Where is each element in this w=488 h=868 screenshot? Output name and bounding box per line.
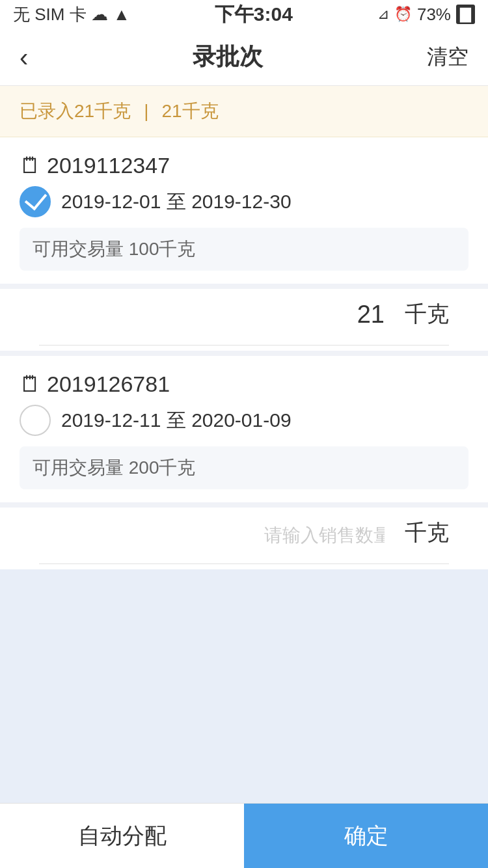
batch-date-row-2[interactable]: 2019-12-11 至 2020-01-09	[20, 405, 468, 436]
batch-header-2: 🗒 2019126781	[20, 372, 468, 397]
page-title: 录批次	[193, 41, 263, 73]
battery-label: 73%	[417, 5, 451, 25]
wifi-icon: ▲	[113, 5, 130, 25]
qty-input-2[interactable]	[264, 519, 394, 547]
batch-input-row-2: 千克	[0, 508, 488, 569]
status-bar-right: ⊿ ⏰ 73% ▇	[377, 5, 475, 25]
batch-date-row-1[interactable]: 2019-12-01 至 2019-12-30	[20, 186, 468, 217]
batch-qty-1: 可用交易量 100千克	[20, 228, 468, 271]
summary-bar: 已录入21千克 | 21千克	[0, 86, 488, 137]
input-area-1: 千克	[20, 289, 468, 345]
clear-button[interactable]: 清空	[427, 43, 468, 72]
batch-input-row-1: 千克	[0, 289, 488, 351]
back-button[interactable]: ‹	[20, 44, 28, 70]
batch-header-1: 🗒 2019112347	[20, 153, 468, 178]
recorded-label: 已录入21千克	[20, 99, 131, 124]
batch-doc-icon-1: 🗒	[20, 153, 42, 178]
status-bar-left: 无 SIM 卡 ☁ ▲	[13, 3, 130, 26]
section-divider	[0, 351, 488, 356]
status-bar: 无 SIM 卡 ☁ ▲ 下午3:04 ⊿ ⏰ 73% ▇	[0, 0, 488, 29]
batch-radio-2[interactable]	[20, 405, 51, 436]
no-sim-label: 无 SIM 卡 ☁	[13, 3, 108, 26]
batch-id-1: 2019112347	[47, 153, 170, 178]
unit-label-1: 千克	[405, 299, 449, 329]
status-bar-time: 下午3:04	[215, 1, 293, 28]
batch-qty-2: 可用交易量 200千克	[20, 446, 468, 489]
batch-doc-icon-2: 🗒	[20, 372, 42, 397]
batch-item-2: 🗒 2019126781 2019-12-11 至 2020-01-09 可用交…	[0, 356, 488, 508]
confirm-button[interactable]: 确定	[244, 804, 488, 868]
summary-divider: |	[144, 101, 148, 122]
nav-bar: ‹ 录批次 清空	[0, 29, 488, 86]
qty-input-1[interactable]	[264, 301, 394, 329]
batch-date-1: 2019-12-01 至 2019-12-30	[61, 189, 291, 215]
batch-item-1: 🗒 2019112347 2019-12-01 至 2019-12-30 可用交…	[0, 137, 488, 289]
batch-id-2: 2019126781	[47, 372, 170, 397]
batch-radio-1[interactable]	[20, 186, 51, 217]
input-area-2: 千克	[20, 508, 468, 563]
auto-assign-button[interactable]: 自动分配	[0, 804, 244, 868]
alarm-icon: ⏰	[394, 6, 412, 23]
battery-icon: ▇	[456, 5, 475, 24]
unit-label-2: 千克	[405, 518, 449, 548]
batch-date-2: 2019-12-11 至 2020-01-09	[61, 407, 291, 434]
location-icon: ⊿	[377, 6, 389, 23]
total-amount: 21千克	[161, 99, 218, 124]
bottom-bar: 自动分配 确定	[0, 803, 488, 868]
